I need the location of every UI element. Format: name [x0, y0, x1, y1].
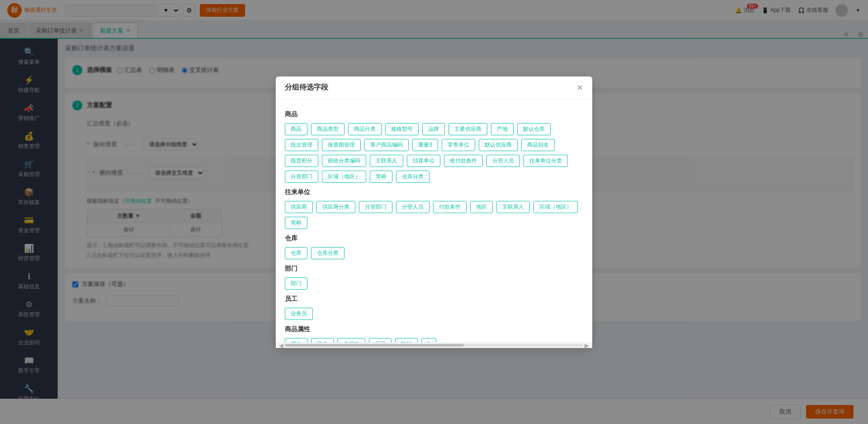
- field-goods[interactable]: 商品: [285, 123, 307, 135]
- field-manager-partner[interactable]: 分管人员: [396, 201, 429, 213]
- field-default-supplier[interactable]: 默认供应商: [479, 139, 518, 151]
- field-grid-product-attr: 属性 颜色 多规格 尺码 鞋码 1: [285, 338, 583, 343]
- field-region-goods[interactable]: 区域（地区）: [322, 171, 366, 183]
- field-attr[interactable]: 属性: [285, 338, 307, 343]
- field-color[interactable]: 颜色: [311, 338, 334, 343]
- section-title-warehouse: 仓库: [285, 234, 583, 243]
- field-grid-department: 部门: [285, 277, 583, 290]
- field-wh-category-goods[interactable]: 仓库分类: [396, 171, 429, 183]
- field-warehouse[interactable]: 仓库: [285, 247, 307, 259]
- modal-scroll-bar: ◀ ▶: [276, 343, 592, 348]
- field-multi-spec[interactable]: 多规格: [337, 338, 365, 343]
- field-expiry-mgmt[interactable]: 保质期管理: [322, 139, 361, 151]
- field-tax-code[interactable]: 税收分类编码: [322, 155, 366, 167]
- field-origin[interactable]: 产地: [491, 123, 514, 135]
- field-spec-model[interactable]: 规格型号: [385, 123, 419, 135]
- h-scrollbar[interactable]: [285, 344, 583, 347]
- modal-body: 商品 商品 商品类型 商品分类 规格型号 品牌 主要供应商 产地 默认仓库 批次…: [276, 100, 592, 343]
- h-scrollbar-thumb: [285, 344, 464, 347]
- field-short-name-partner[interactable]: 简称: [285, 217, 307, 229]
- section-title-product-attr: 商品属性: [285, 325, 583, 333]
- field-manager[interactable]: 分管人员: [486, 155, 520, 167]
- field-pick-points[interactable]: 拣货积分: [285, 155, 318, 167]
- field-brand[interactable]: 品牌: [422, 123, 445, 135]
- field-settlement-unit[interactable]: 结算单位: [407, 155, 440, 167]
- field-goods-category[interactable]: 商品分类: [348, 123, 382, 135]
- field-main-supplier[interactable]: 主要供应商: [448, 123, 487, 135]
- field-size[interactable]: 尺码: [369, 338, 392, 343]
- field-grid-warehouse: 仓库 仓库分类: [285, 247, 583, 259]
- scroll-left-arrow[interactable]: ◀: [278, 342, 285, 349]
- field-weight[interactable]: 重量3: [412, 139, 438, 151]
- field-region-partner[interactable]: 区域（地区）: [533, 201, 578, 213]
- field-grid-employee: 业务员: [285, 308, 583, 320]
- field-main-contact[interactable]: 主联系人: [370, 155, 403, 167]
- field-selection-modal: 分组待选字段 ✕ 商品 商品 商品类型 商品分类 规格型号 品牌 主要供应商 产…: [276, 76, 592, 348]
- field-goods-alias[interactable]: 商品别名: [521, 139, 555, 151]
- field-grid-goods: 商品 商品类型 商品分类 规格型号 品牌 主要供应商 产地 默认仓库 批次管理 …: [285, 123, 583, 183]
- section-title-goods: 商品: [285, 110, 583, 119]
- field-dept-partner[interactable]: 分管部门: [359, 201, 392, 213]
- section-title-department: 部门: [285, 265, 583, 273]
- field-attr-1[interactable]: 1: [421, 338, 436, 343]
- field-goods-type[interactable]: 商品类型: [311, 123, 344, 135]
- field-payment-cond[interactable]: 付款条件: [433, 201, 467, 213]
- modal-title: 分组待选字段: [285, 83, 328, 92]
- field-partner-category[interactable]: 往来单位分类: [524, 155, 568, 167]
- field-short-name-goods[interactable]: 简称: [370, 171, 392, 183]
- field-area[interactable]: 地区: [470, 201, 493, 213]
- field-retail-unit[interactable]: 零售单位: [442, 139, 475, 151]
- field-supplier-category[interactable]: 供应商分类: [316, 201, 355, 213]
- field-supplier[interactable]: 供应商: [285, 201, 313, 213]
- field-salesperson[interactable]: 业务员: [285, 308, 313, 320]
- field-shoe-size[interactable]: 鞋码: [395, 338, 418, 343]
- section-title-partner: 往来单位: [285, 188, 583, 196]
- section-title-employee: 员工: [285, 295, 583, 303]
- modal-close-button[interactable]: ✕: [576, 83, 583, 93]
- field-payment-terms[interactable]: 收付款条件: [444, 155, 483, 167]
- field-warehouse-category[interactable]: 仓库分类: [311, 247, 344, 259]
- field-batch-mgmt[interactable]: 批次管理: [285, 139, 318, 151]
- modal-header: 分组待选字段 ✕: [276, 76, 592, 100]
- field-customer-code[interactable]: 客户商品编码: [364, 139, 409, 151]
- field-default-warehouse[interactable]: 默认仓库: [517, 123, 551, 135]
- field-grid-partner: 供应商 供应商分类 分管部门 分管人员 付款条件 地区 主联系人 区域（地区） …: [285, 201, 583, 229]
- field-dept[interactable]: 分管部门: [285, 171, 318, 183]
- scroll-right-arrow[interactable]: ▶: [583, 342, 590, 349]
- field-department[interactable]: 部门: [285, 277, 307, 290]
- field-main-contact-partner[interactable]: 主联系人: [496, 201, 530, 213]
